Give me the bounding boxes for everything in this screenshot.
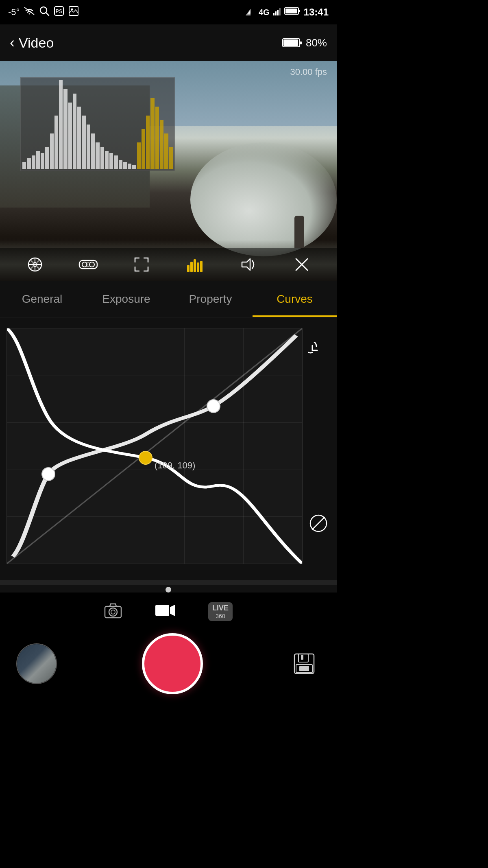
svg-line-25 (31, 267, 33, 269)
control-point-1[interactable] (41, 467, 55, 481)
svg-point-43 (109, 608, 117, 616)
svg-point-29 (89, 262, 94, 267)
svg-line-26 (37, 267, 39, 269)
back-button[interactable]: ‹ Video (10, 34, 54, 51)
svg-line-24 (37, 260, 39, 262)
svg-rect-9 (273, 13, 274, 15)
video-controls-bar (0, 248, 337, 281)
svg-rect-15 (298, 10, 300, 12)
status-right: 4G 13:41 (246, 7, 329, 18)
app-icon-1: PS (54, 6, 64, 19)
wifi-icon (24, 7, 35, 18)
svg-text:PS: PS (56, 9, 62, 14)
svg-rect-45 (155, 605, 169, 616)
vr-button[interactable] (77, 254, 99, 275)
time-display: 13:41 (304, 7, 329, 18)
save-button[interactable] (288, 647, 320, 680)
tab-general[interactable]: General (0, 281, 84, 317)
record-button[interactable] (142, 633, 203, 694)
video-icon (155, 602, 176, 619)
svg-rect-18 (300, 42, 302, 44)
fps-label: 30.00 fps (290, 67, 327, 77)
battery-header-icon (284, 7, 301, 18)
photo-mode-button[interactable] (104, 602, 122, 621)
svg-line-40 (312, 517, 325, 529)
app-header: ‹ Video 80% (0, 24, 337, 61)
svg-rect-33 (194, 259, 196, 272)
gallery-icon (68, 6, 79, 19)
curves-panel: (109, 109) (0, 317, 337, 578)
video-mode-button[interactable] (155, 602, 176, 621)
volume-button[interactable] (237, 254, 259, 275)
header-battery: 80% (282, 37, 327, 49)
camera-mode-row: LIVE 360 (0, 602, 337, 621)
curves-right-icons (304, 340, 333, 536)
svg-rect-49 (301, 655, 303, 660)
svg-line-2 (46, 13, 49, 15)
svg-rect-14 (285, 9, 297, 13)
svg-point-6 (71, 9, 73, 11)
tab-property[interactable]: Property (168, 281, 253, 317)
battery-icon (282, 37, 303, 48)
status-bar: -5° PS (0, 0, 337, 24)
svg-rect-11 (277, 10, 279, 15)
svg-line-41 (7, 328, 302, 564)
svg-rect-17 (283, 39, 298, 46)
gallery-thumbnail-button[interactable] (16, 643, 57, 684)
status-left: -5° PS (8, 6, 79, 19)
curve-canvas[interactable]: (109, 109) (7, 328, 303, 564)
progress-bar[interactable] (0, 580, 337, 585)
live-badge: LIVE 360 (208, 602, 233, 621)
video-preview: 30.00 fps (0, 61, 337, 281)
histogram-overlay (20, 77, 175, 171)
control-point-3[interactable] (207, 399, 220, 413)
timeline-area (0, 578, 337, 593)
svg-point-44 (111, 610, 115, 614)
control-point-2-selected[interactable] (139, 451, 152, 465)
svg-rect-51 (299, 666, 309, 671)
svg-rect-35 (200, 261, 203, 272)
tab-exposure[interactable]: Exposure (84, 281, 168, 317)
close-video-button[interactable] (291, 254, 313, 275)
coord-label: (109, 109) (155, 460, 195, 471)
camera-icon (104, 602, 122, 619)
expand-button[interactable] (131, 254, 152, 275)
svg-rect-32 (190, 262, 193, 272)
progress-dot (166, 587, 171, 593)
svg-marker-36 (242, 259, 250, 270)
reset-button[interactable] (306, 340, 331, 365)
live360-mode-button[interactable]: LIVE 360 (208, 602, 233, 621)
svg-line-23 (31, 260, 33, 262)
bottom-controls: LIVE 360 (0, 594, 337, 706)
crosshair-button[interactable] (24, 254, 46, 275)
equalizer-button[interactable] (184, 254, 206, 275)
svg-rect-12 (279, 8, 281, 15)
tab-curves[interactable]: Curves (253, 281, 337, 317)
signal-icon (246, 7, 255, 18)
clear-button[interactable] (306, 511, 331, 536)
svg-point-28 (82, 262, 87, 267)
back-arrow-icon: ‹ (10, 34, 15, 51)
curve-graph (7, 328, 302, 564)
network-type: 4G (259, 8, 270, 17)
main-controls-row (0, 633, 337, 694)
svg-rect-10 (275, 11, 277, 15)
search-icon (39, 6, 50, 19)
svg-marker-46 (170, 605, 175, 616)
svg-rect-31 (187, 265, 190, 272)
tab-bar: General Exposure Property Curves (0, 281, 337, 317)
temperature: -5° (8, 7, 20, 17)
signal-bars-icon (273, 7, 281, 18)
svg-rect-34 (197, 262, 199, 272)
header-title: Video (19, 35, 54, 51)
battery-percentage: 80% (306, 37, 327, 49)
